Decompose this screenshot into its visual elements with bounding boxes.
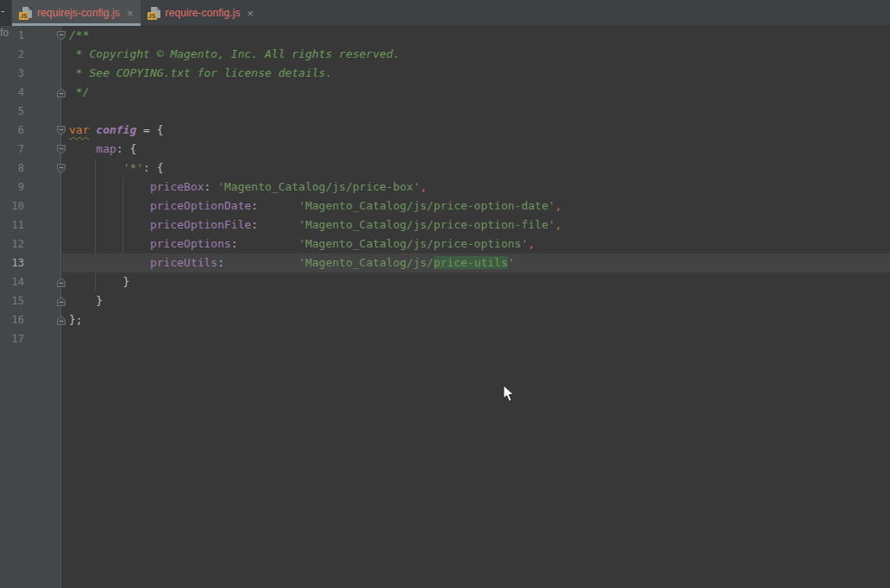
line-number: 17 (0, 329, 24, 348)
line-number: 6 (0, 121, 24, 140)
code-line-11[interactable]: 11 priceOptionFile: 'Magento_Catalog/js/… (0, 216, 890, 235)
code-text: } (62, 291, 890, 310)
window-edge-collapse[interactable]: - (0, 0, 11, 26)
ide-window: - JS requirejs-config.js × JS require-co… (0, 0, 890, 588)
close-icon[interactable]: × (127, 8, 134, 19)
code-text: /** (62, 26, 890, 45)
tab-list: JS requirejs-config.js × JS require-conf… (12, 0, 260, 25)
code-text: priceBox: 'Magento_Catalog/js/price-box'… (62, 178, 890, 197)
code-text: priceUtils: 'Magento_Catalog/js/price-ut… (62, 253, 890, 272)
code-line-9[interactable]: 9 priceBox: 'Magento_Catalog/js/price-bo… (0, 178, 890, 197)
fold-marker-icon[interactable] (24, 291, 62, 310)
fold-column (24, 102, 62, 121)
code-line-15[interactable]: 15 } (0, 291, 890, 310)
line-number: 10 (0, 197, 24, 216)
line-number: 11 (0, 216, 24, 235)
code-line-7[interactable]: 7 map: { (0, 140, 890, 159)
fold-marker-icon[interactable] (24, 121, 62, 140)
code-text (62, 102, 890, 121)
code-line-8[interactable]: 8 '*': { (0, 159, 890, 178)
line-number: 8 (0, 159, 24, 178)
fold-column (24, 178, 62, 197)
line-number: 15 (0, 291, 24, 310)
fold-column (24, 253, 62, 272)
fold-marker-icon[interactable] (24, 310, 62, 329)
code-text: }; (62, 310, 890, 329)
editor-tab-bar: - JS requirejs-config.js × JS require-co… (0, 0, 890, 26)
line-number: 3 (0, 64, 24, 83)
fold-marker-icon[interactable] (24, 272, 62, 291)
code-line-3[interactable]: 3 * See COPYING.txt for license details. (0, 64, 890, 83)
line-number: 4 (0, 83, 24, 102)
code-text: '*': { (62, 159, 890, 178)
code-text: */ (62, 83, 890, 102)
code-line-4[interactable]: 4 */ (0, 83, 890, 102)
close-icon[interactable]: × (248, 8, 254, 19)
js-file-icon: JS (147, 7, 160, 20)
line-number: 13 (0, 253, 24, 272)
code-text: * Copyright © Magento, Inc. All rights r… (62, 45, 890, 64)
line-number: 5 (0, 102, 24, 121)
fold-column (24, 197, 62, 216)
fold-column (24, 329, 62, 348)
fold-column (24, 64, 62, 83)
code-text: priceOptionFile: 'Magento_Catalog/js/pri… (62, 216, 890, 235)
code-line-16[interactable]: 16}; (0, 310, 890, 329)
code-line-17[interactable]: 17 (0, 329, 890, 348)
code-line-10[interactable]: 10 priceOptionDate: 'Magento_Catalog/js/… (0, 197, 890, 216)
tab-require-config[interactable]: JS require-config.js × (141, 0, 261, 26)
mouse-cursor (503, 385, 515, 406)
code-text: } (62, 272, 890, 291)
code-line-13[interactable]: 13 priceUtils: 'Magento_Catalog/js/price… (0, 253, 890, 272)
line-number: 14 (0, 272, 24, 291)
line-number: 12 (0, 235, 24, 253)
code-text: var config = { (62, 121, 890, 140)
code-line-14[interactable]: 14 } (0, 272, 890, 291)
code-editor[interactable]: fo 1/**2 * Copyright © Magento, Inc. All… (0, 26, 890, 588)
fold-column (24, 235, 62, 253)
fold-column (24, 216, 62, 235)
code-text: priceOptions: 'Magento_Catalog/js/price-… (62, 235, 890, 253)
tab-label: require-config.js (166, 7, 241, 19)
fold-column (24, 45, 62, 64)
fold-marker-icon[interactable] (24, 159, 62, 178)
tab-requirejs-config[interactable]: JS requirejs-config.js × (12, 0, 141, 26)
js-file-icon: JS (19, 7, 32, 20)
code-text: * See COPYING.txt for license details. (62, 64, 890, 83)
line-number: 1 (0, 26, 24, 45)
code-line-1[interactable]: 1/** (0, 26, 890, 45)
code-text: priceOptionDate: 'Magento_Catalog/js/pri… (62, 197, 890, 216)
code-line-5[interactable]: 5 (0, 102, 890, 121)
fold-marker-icon[interactable] (24, 140, 62, 159)
code-text: map: { (62, 140, 890, 159)
code-line-12[interactable]: 12 priceOptions: 'Magento_Catalog/js/pri… (0, 235, 890, 253)
line-number: 2 (0, 45, 24, 64)
code-text (62, 329, 890, 348)
line-number: 9 (0, 178, 24, 197)
line-number: 16 (0, 310, 24, 329)
line-number: 7 (0, 140, 24, 159)
fold-marker-icon[interactable] (24, 83, 62, 102)
fold-marker-icon[interactable] (24, 26, 62, 45)
tab-label: requirejs-config.js (37, 7, 120, 19)
code-line-6[interactable]: 6var config = { (0, 121, 890, 140)
code-line-2[interactable]: 2 * Copyright © Magento, Inc. All rights… (0, 45, 890, 64)
